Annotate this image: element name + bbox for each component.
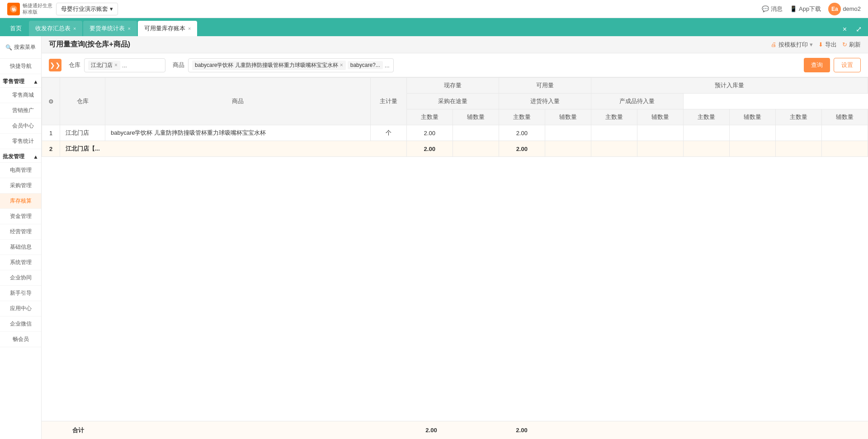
export-button[interactable]: ⬇ 导出 <box>818 41 837 49</box>
tab-home[interactable]: 首页 <box>4 21 28 36</box>
sidebar-item-marketing[interactable]: 营销推广 <box>0 103 41 118</box>
row-inbound-aux <box>729 125 775 141</box>
total-label: 合计 <box>67 426 373 434</box>
row-product: babycare学饮杯 儿童防摔防撞吸管杯重力球吸嘴杯宝宝水杯 <box>105 125 371 141</box>
chevron-icon: ▲ <box>33 79 38 85</box>
query-button[interactable]: 查询 <box>804 58 830 72</box>
sidebar-item-inventory-check[interactable]: 库存核算 <box>0 194 41 209</box>
warehouse-label: 仓库 <box>69 61 80 69</box>
nav-tabs: 首页 收发存汇总表 × 要货单统计表 × 可用量库存账本 × × ⤢ <box>0 18 868 36</box>
row-inbound-main <box>683 125 729 141</box>
subtotal-inbound-aux <box>729 141 775 157</box>
logo-area: 畅 畅捷通好生意 标准版 <box>7 3 52 15</box>
nav-tabs-right: × ⤢ <box>840 24 864 36</box>
settings-button[interactable]: 设置 <box>834 58 861 72</box>
row-available-aux <box>545 125 591 141</box>
sidebar-item-finance[interactable]: 资金管理 <box>0 209 41 224</box>
logo-icon: 畅 <box>7 3 20 15</box>
sidebar-item-ecommerce[interactable]: 电商管理 <box>0 163 41 178</box>
col-purchase-main: 主数量 <box>591 109 637 125</box>
subtotal-finished-aux <box>821 141 868 157</box>
sidebar-item-enterprise-wechat[interactable]: 企业微信 <box>0 316 41 332</box>
sidebar-item-quick-nav[interactable]: 快捷导航 <box>0 59 41 74</box>
message-button[interactable]: 💬 消息 <box>762 5 783 13</box>
sidebar-item-app-center[interactable]: 应用中心 <box>0 301 41 316</box>
sidebar-item-retail-stats[interactable]: 零售统计 <box>0 134 41 149</box>
svg-text:畅: 畅 <box>12 7 16 12</box>
sidebar-item-operations[interactable]: 经营管理 <box>0 224 41 240</box>
sidebar-item-system-mgmt[interactable]: 系统管理 <box>0 255 41 270</box>
subtotal-stock-aux <box>453 141 499 157</box>
col-available-main: 主数量 <box>499 109 545 125</box>
sidebar-item-member-vip[interactable]: 畅会员 <box>0 332 41 347</box>
warehouse-input[interactable]: 江北门店 × ... <box>84 58 165 72</box>
chevron-down-icon: ▾ <box>110 5 113 12</box>
tab-order-stats[interactable]: 要货单统计表 × <box>83 21 137 36</box>
tab-available-inventory[interactable]: 可用量库存账本 × <box>138 21 197 36</box>
tab-receive-summary[interactable]: 收发存汇总表 × <box>29 21 82 36</box>
search-menu-button[interactable]: 🔍 搜索菜单 <box>4 41 38 54</box>
product-tag-2: babycare?... <box>348 61 383 69</box>
subtotal-stock-main: 2.00 <box>406 141 453 157</box>
col-gear: ⚙ <box>42 78 60 125</box>
col-stock-aux: 辅数量 <box>453 109 499 125</box>
col-unit-header: 主计量 <box>370 78 406 125</box>
warehouse-tag-remove[interactable]: × <box>114 62 118 68</box>
avatar: Ea <box>828 3 841 15</box>
subtotal-purchase-aux <box>637 141 683 157</box>
sidebar-item-wholesale-mgmt[interactable]: 批发管理 ▲ <box>0 149 41 163</box>
row-finished-aux <box>821 125 868 141</box>
product-tag-1-remove[interactable]: × <box>340 62 343 68</box>
filter-actions: 查询 设置 <box>804 58 861 72</box>
product-tag-1: babycare学饮杯 儿童防摔防撞吸管杯重力球吸嘴杯宝宝水杯 × <box>192 61 346 70</box>
subtotal-row: 2 江北门店【... 2.00 2.00 <box>42 141 868 157</box>
sidebar-item-retail-mall[interactable]: 零售商城 <box>0 88 41 103</box>
close-all-tabs-button[interactable]: × <box>840 24 849 34</box>
refresh-button[interactable]: ↻ 刷新 <box>842 41 861 49</box>
sidebar-item-new-guide[interactable]: 新手引导 <box>0 286 41 301</box>
sidebar-search-section: 🔍 搜索菜单 <box>0 36 41 59</box>
product-input[interactable]: babycare学饮杯 儿童防摔防撞吸管杯重力球吸嘴杯宝宝水杯 × babyca… <box>188 58 394 72</box>
print-button[interactable]: 🖨 按模板打印 ▾ <box>771 41 813 49</box>
sidebar-item-member-center[interactable]: 会员中心 <box>0 118 41 134</box>
print-icon: 🖨 <box>771 41 777 48</box>
product-more-icon[interactable]: ... <box>385 62 390 69</box>
filter-toggle-button[interactable]: ❯❯ <box>49 59 61 71</box>
warehouse-more-icon[interactable]: ... <box>122 62 127 69</box>
subtotal-index: 2 <box>42 141 60 157</box>
sidebar: 🔍 搜索菜单 快捷导航 零售管理 ▲ 零售商城 营销推广 会员中心 零售统计 批… <box>0 36 42 439</box>
gear-icon[interactable]: ⚙ <box>48 98 54 105</box>
table-row: 1 江北门店 babycare学饮杯 儿童防摔防撞吸管杯重力球吸嘴杯宝宝水杯 个… <box>42 125 868 141</box>
subtotal-inbound-main <box>683 141 729 157</box>
tab-close-order-stats[interactable]: × <box>127 26 130 31</box>
app-download-button[interactable]: 📱 App下载 <box>790 5 821 13</box>
sidebar-item-retail-mgmt[interactable]: 零售管理 ▲ <box>0 74 41 88</box>
industry-select[interactable]: 母婴行业演示账套 ▾ <box>56 3 118 15</box>
col-warehouse-header: 仓库 <box>60 78 105 125</box>
row-finished-main <box>775 125 821 141</box>
product-label: 商品 <box>173 61 184 69</box>
user-menu[interactable]: Ea demo2 <box>828 3 861 15</box>
tab-close-receive-summary[interactable]: × <box>73 26 76 31</box>
subtotal-finished-main <box>775 141 821 157</box>
col-inbound-aux: 辅数量 <box>729 109 775 125</box>
maximize-button[interactable]: ⤢ <box>853 24 864 34</box>
subtotal-purchase-main <box>591 141 637 157</box>
sidebar-item-purchase[interactable]: 采购管理 <box>0 178 41 194</box>
total-stock-main: 2.00 <box>409 427 454 434</box>
row-stock-main: 2.00 <box>406 125 453 141</box>
page-header: 可用量查询(按仓库+商品) 🖨 按模板打印 ▾ ⬇ 导出 ↻ 刷新 <box>42 36 868 53</box>
sidebar-item-basic-info[interactable]: 基础信息 <box>0 240 41 255</box>
content-area: 可用量查询(按仓库+商品) 🖨 按模板打印 ▾ ⬇ 导出 ↻ 刷新 ❯❯ <box>42 36 868 439</box>
col-finished-pending-header: 产成品待入量 <box>591 94 683 109</box>
warehouse-tag: 江北门店 × <box>88 61 120 70</box>
sidebar-item-enterprise-collab[interactable]: 企业协同 <box>0 270 41 286</box>
export-icon: ⬇ <box>818 41 823 48</box>
table-container: ⚙ 仓库 商品 主计量 现存量 可用量 预计入库量 采购在途量 进货待入量 产成… <box>42 77 868 421</box>
logo-text: 畅捷通好生意 标准版 <box>23 3 52 14</box>
tab-close-available-inventory[interactable]: × <box>188 26 191 31</box>
col-purchase-aux: 辅数量 <box>637 109 683 125</box>
row-unit: 个 <box>370 125 406 141</box>
product-filter-group: 商品 babycare学饮杯 儿童防摔防撞吸管杯重力球吸嘴杯宝宝水杯 × bab… <box>173 58 394 72</box>
col-estimated-header: 预计入库量 <box>591 78 868 94</box>
